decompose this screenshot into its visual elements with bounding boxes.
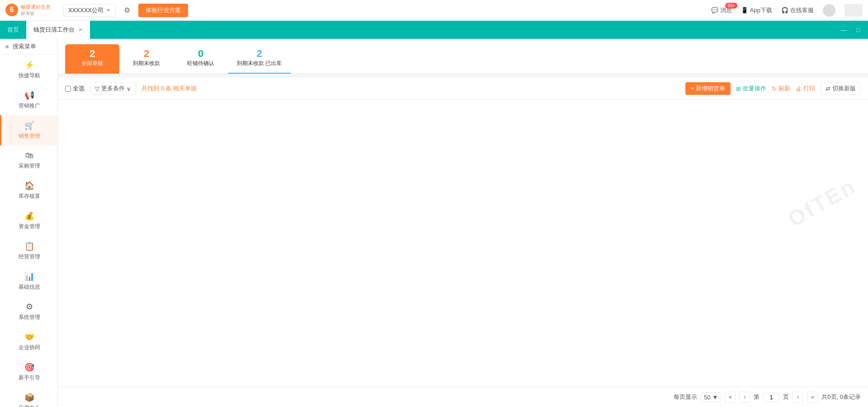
toolbar-right: + 新增销货单 ⊞ 批量操作 ↻ 刷新 🖨 打印 ⇄ 切换新版 xyxy=(685,82,861,95)
page-input[interactable] xyxy=(763,393,779,402)
sidebar-item-label: 库存核算 xyxy=(19,192,40,200)
table-area: OfTEn xyxy=(58,100,868,387)
refresh-button[interactable]: ↻ 刷新 xyxy=(772,84,790,93)
stats-tab-pending[interactable]: 0 旺铺待确认 xyxy=(174,44,228,74)
sidebar-item-base-info[interactable]: 📊 基础信息 xyxy=(0,266,57,296)
sidebar-item-app-center[interactable]: 📦 应用中心 xyxy=(0,387,57,407)
page-size-select[interactable]: 50 ▼ xyxy=(701,393,721,402)
online-service-btn[interactable]: 🎧 在线客服 xyxy=(781,6,814,14)
app-download-btn[interactable]: 📱 App下载 xyxy=(741,6,772,14)
sidebar-item-newbie[interactable]: 🎯 新手引导 xyxy=(0,357,57,387)
prev-page-button[interactable]: ‹ xyxy=(739,392,750,402)
sidebar-item-enterprise[interactable]: 🤝 企业协同 xyxy=(0,327,57,357)
stats-tab-shipped[interactable]: 2 到期未收款 已出库 xyxy=(228,44,291,74)
stats-tab-all[interactable]: 2 全部单据 xyxy=(65,44,119,74)
sidebar-item-purchase[interactable]: 🛍 采购管理 xyxy=(0,145,57,175)
switch-label: 切换新版 xyxy=(832,84,856,93)
select-all-input[interactable] xyxy=(65,86,71,92)
switch-version-button[interactable]: ⇄ 切换新版 xyxy=(821,82,861,95)
add-sales-button[interactable]: + 新增销货单 xyxy=(685,82,731,95)
online-service-label: 在线客服 xyxy=(790,6,814,14)
print-button[interactable]: 🖨 打印 xyxy=(796,84,815,93)
messages-btn[interactable]: 💬 消息 99+ xyxy=(711,6,732,14)
sidebar-item-label: 资金管理 xyxy=(19,223,40,230)
page-label: 第 xyxy=(754,393,760,401)
stats-pending-num: 0 xyxy=(183,48,219,60)
user-name[interactable] xyxy=(844,4,863,17)
total-info: 共0页, 0条记录 xyxy=(821,393,861,401)
batch-icon: ⊞ xyxy=(736,85,741,92)
sidebar-item-sales[interactable]: 🛒 销售管理 xyxy=(0,115,57,145)
tab-nav: 首页 钱货日清工作台 ✕ — □ xyxy=(0,21,868,39)
filter-label: 更多条件 xyxy=(101,84,125,93)
pagination: 每页显示 50 ▼ « ‹ 第 页 › » 共0页, 0条记录 xyxy=(58,387,868,407)
enterprise-icon: 🤝 xyxy=(24,332,34,342)
top-right-area: 💬 消息 99+ 📱 App下载 🎧 在线客服 xyxy=(711,4,863,17)
trial-button[interactable]: 体验行业方案 xyxy=(138,4,188,17)
logo-edition: 标准版 xyxy=(21,10,51,17)
messages-badge: 99+ xyxy=(725,3,737,9)
batch-operation-button[interactable]: ⊞ 批量操作 xyxy=(736,84,766,93)
next-page-button[interactable]: › xyxy=(793,392,803,402)
tab-workbench[interactable]: 钱货日清工作台 ✕ xyxy=(26,21,90,39)
stats-overdue-label: 到期未收款 xyxy=(128,60,165,67)
base-info-icon: 📊 xyxy=(24,271,34,281)
sidebar-item-inventory[interactable]: 🏠 库存核算 xyxy=(0,175,57,206)
sidebar-item-label: 采购管理 xyxy=(19,162,40,170)
newbie-icon: 🎯 xyxy=(24,362,34,372)
sidebar-item-label: 营销推广 xyxy=(19,102,40,110)
app-download-label: App下载 xyxy=(750,6,772,14)
last-page-button[interactable]: » xyxy=(807,392,818,402)
switch-icon: ⇄ xyxy=(826,85,830,92)
stats-shipped-label: 到期未收款 已出库 xyxy=(237,60,282,67)
top-bar: 6 畅捷通好生意 标准版 XXXXXX公司 ▼ ⚙ 体验行业方案 💬 消息 99… xyxy=(0,0,868,21)
sidebar: ≡ 搜索菜单 ⚡ 快捷导航 📢 营销推广 🛒 销售管理 🛍 采购管理 🏠 库存核… xyxy=(0,39,58,407)
batch-label: 批量操作 xyxy=(743,84,766,93)
sidebar-item-quick-nav[interactable]: ⚡ 快捷导航 xyxy=(0,55,57,85)
sidebar-item-operations[interactable]: 📋 经营管理 xyxy=(0,236,57,266)
tab-home[interactable]: 首页 xyxy=(0,21,26,39)
first-page-button[interactable]: « xyxy=(725,392,736,402)
content-area: 2 全部单据 2 到期未收款 0 旺铺待确认 2 到期未收款 已出库 全选 xyxy=(58,39,868,407)
operations-icon: 📋 xyxy=(24,241,34,251)
app-center-icon: 📦 xyxy=(24,393,34,402)
sidebar-item-label: 企业协同 xyxy=(19,344,40,351)
chevron-down-icon: ∨ xyxy=(127,85,131,92)
close-icon[interactable]: ✕ xyxy=(78,27,83,33)
select-all-label: 全选 xyxy=(73,84,85,93)
filter-button[interactable]: ▽ 更多条件 ∨ xyxy=(90,82,136,95)
chevron-down-icon: ▼ xyxy=(712,394,718,401)
stats-tab-overdue[interactable]: 2 到期未收款 xyxy=(119,44,174,74)
maximize-button[interactable]: □ xyxy=(852,23,864,36)
purchase-icon: 🛍 xyxy=(25,151,33,160)
sidebar-search[interactable]: ≡ 搜索菜单 xyxy=(0,39,57,55)
phone-icon: 📱 xyxy=(741,7,748,14)
page-end-label: 页 xyxy=(783,393,789,401)
toolbar: 全选 ▽ 更多条件 ∨ 共找到 0 条 相关单据 + 新增销货单 ⊞ 批量操作 xyxy=(58,78,868,100)
tab-home-label: 首页 xyxy=(7,26,19,34)
settings-icon[interactable]: ⚙ xyxy=(120,4,134,17)
stats-pending-label: 旺铺待确认 xyxy=(183,60,219,67)
select-all-checkbox[interactable]: 全选 xyxy=(65,84,85,93)
sidebar-item-label: 快捷导航 xyxy=(19,72,40,80)
logo-name: 畅捷通好生意 xyxy=(21,4,51,10)
page-size-value: 50 xyxy=(704,394,710,401)
sidebar-item-label: 应用中心 xyxy=(19,404,40,407)
company-selector[interactable]: XXXXXX公司 ▼ xyxy=(63,4,116,17)
avatar[interactable] xyxy=(823,4,835,17)
print-label: 打印 xyxy=(803,84,815,93)
inventory-icon: 🏠 xyxy=(24,181,34,191)
stats-tabs: 2 全部单据 2 到期未收款 0 旺铺待确认 2 到期未收款 已出库 xyxy=(58,39,868,74)
found-count-text: 共找到 0 条 相关单据 xyxy=(142,84,197,93)
sidebar-item-system[interactable]: ⚙ 系统管理 xyxy=(0,296,57,327)
tab-nav-controls: — □ xyxy=(837,23,868,36)
stats-all-label: 全部单据 xyxy=(74,60,110,67)
sidebar-item-label: 新手引导 xyxy=(19,374,40,382)
sales-icon: 🛒 xyxy=(24,121,34,131)
sidebar-item-finance[interactable]: 💰 资金管理 xyxy=(0,206,57,236)
sidebar-item-label: 基础信息 xyxy=(19,283,40,291)
minimize-button[interactable]: — xyxy=(837,23,850,36)
stats-all-num: 2 xyxy=(74,48,110,60)
main-layout: ≡ 搜索菜单 ⚡ 快捷导航 📢 营销推广 🛒 销售管理 🛍 采购管理 🏠 库存核… xyxy=(0,39,868,407)
sidebar-item-marketing[interactable]: 📢 营销推广 xyxy=(0,85,57,115)
